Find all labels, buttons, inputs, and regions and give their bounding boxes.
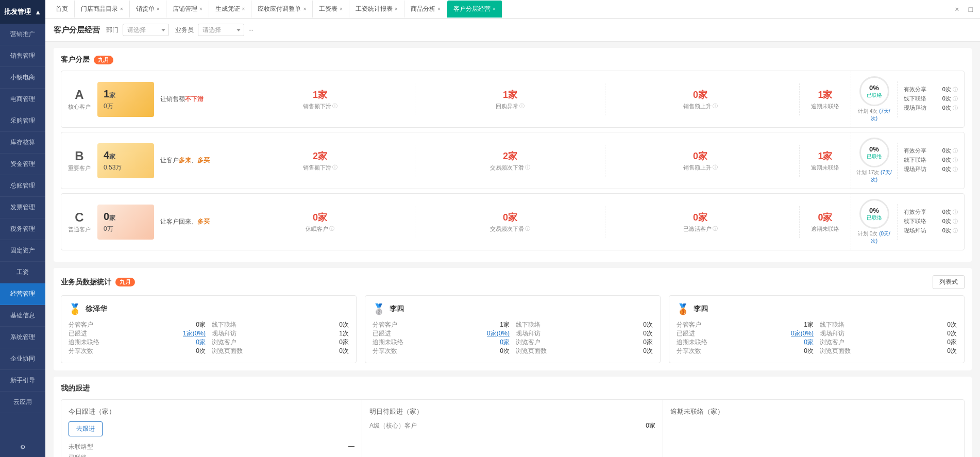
- sidebar-item-新手引导[interactable]: 新手引导: [0, 370, 45, 392]
- sidebar-item-云应用[interactable]: 云应用: [0, 392, 45, 413]
- stat-label: 销售额上升 ⓘ: [607, 164, 793, 172]
- tab-close-icon[interactable]: ×: [395, 6, 398, 12]
- tier-suggestion-C: 让客户回来、多买: [154, 211, 221, 232]
- sidebar-item-营销推广[interactable]: 营销推广: [0, 24, 45, 45]
- stat-item: 2家 交易频次下滑 ⓘ: [415, 145, 605, 177]
- tab-close-icon[interactable]: ×: [303, 6, 306, 12]
- staff-stat-row: 逾期未联络 0家: [677, 338, 814, 347]
- stat-num: 1家: [227, 89, 413, 101]
- tab-close-icon[interactable]: ×: [157, 6, 160, 12]
- sidebar-item-基础信息[interactable]: 基础信息: [0, 305, 45, 327]
- side-stat-label: 线下联络: [904, 95, 926, 103]
- side-stat-label: 有效分享: [904, 208, 926, 216]
- tab-工资统计报表[interactable]: 工资统计报表×: [349, 1, 404, 18]
- side-stat-label: 现场拜访: [904, 104, 926, 112]
- sidebar-item-经营管理[interactable]: 经营管理: [0, 283, 45, 305]
- side-stat-row: 线下联络 0次 ⓘ: [904, 156, 958, 164]
- tab-close-icon[interactable]: ×: [120, 6, 123, 12]
- sidebar-item-发票管理[interactable]: 发票管理: [0, 197, 45, 218]
- tab-close-icon[interactable]: ×: [437, 6, 441, 12]
- sidebar-header: 批发管理 ▲: [0, 0, 45, 24]
- stat-item: 1家 销售额下滑 ⓘ: [225, 83, 415, 115]
- tab-生成凭证[interactable]: 生成凭证×: [209, 1, 252, 18]
- tab-close-icon[interactable]: ×: [199, 6, 202, 12]
- tier-count-block-B: 4家 0.53万: [97, 143, 154, 178]
- tab-销货单[interactable]: 销货单×: [130, 1, 166, 18]
- staff-stat-row: 浏览客户 0家: [212, 338, 349, 347]
- sidebar-item-工资[interactable]: 工资: [0, 262, 45, 283]
- staff-left-stats: 分管客户 1家 已跟进 0家(0%) 逾期未联络 0家 分享次数 0次: [373, 320, 510, 356]
- tier-label-B: B 重要客户: [61, 141, 97, 180]
- side-stat-label: 线下联络: [904, 217, 926, 225]
- followup-row: A级（核心）客户 0家: [369, 421, 655, 430]
- tab-应收应付调整单[interactable]: 应收应付调整单×: [251, 1, 313, 18]
- staff-stats-grid: 分管客户 1家 已跟进 0家(0%) 逾期未联络 0家 分享次数 0次 线下联络…: [373, 320, 653, 356]
- tier-contact-A: 1家 逾期未联络: [799, 83, 851, 115]
- salesperson-select[interactable]: 请选择: [198, 24, 244, 36]
- sidebar-item-税务管理[interactable]: 税务管理: [0, 218, 45, 240]
- side-stat-row: 现场拜访 0次 ⓘ: [904, 227, 958, 234]
- sidebar-item-库存核算[interactable]: 库存核算: [0, 132, 45, 154]
- tab-close-icon[interactable]: ×: [242, 6, 245, 12]
- sidebar-item-采购管理[interactable]: 采购管理: [0, 110, 45, 132]
- side-stat-val: 0次 ⓘ: [942, 86, 958, 93]
- staff-stat-row: 已跟进 0家(0%): [373, 329, 510, 338]
- tier-contact-C: 0家 逾期未联络: [799, 206, 851, 238]
- tier-label-A: A 核心客户: [61, 79, 97, 119]
- tab-门店商品目录[interactable]: 门店商品目录×: [75, 1, 130, 18]
- tier-stats-B: 2家 销售额下滑 ⓘ 2家 交易频次下滑 ⓘ 0家 销售额上升 ⓘ: [221, 145, 799, 177]
- sidebar-item-小畅电商[interactable]: 小畅电商: [0, 67, 45, 89]
- staff-stat-row: 分享次数 0次: [677, 347, 814, 356]
- tab-close-icon[interactable]: ×: [493, 6, 496, 12]
- side-stat-label: 现场拜访: [904, 165, 926, 173]
- staff-card-2: 🥉 李四 分管客户 1家 已跟进 0家(0%) 逾期未联络 0家 分享次数 0次…: [669, 295, 965, 363]
- followup-btn[interactable]: 去跟进: [69, 421, 103, 436]
- salesperson-label: 业务员: [175, 26, 194, 35]
- stat-num: 0家: [607, 150, 793, 162]
- tab-商品分析[interactable]: 商品分析×: [404, 1, 447, 18]
- tab-prev-button[interactable]: ×: [952, 4, 962, 14]
- staff-stat-row: 浏览页面数 0次: [516, 347, 653, 356]
- sidebar-item-电商管理[interactable]: 电商管理: [0, 89, 45, 110]
- sidebar-item-系统管理[interactable]: 系统管理: [0, 327, 45, 348]
- stat-label: 已激活客户 ⓘ: [607, 225, 793, 233]
- customer-section-title: 客户分层 九月: [61, 55, 965, 64]
- followup-section-title: 我的跟进: [61, 384, 965, 393]
- stat-num: 0家: [417, 211, 603, 224]
- tab-店铺管理[interactable]: 店铺管理×: [166, 1, 209, 18]
- followup-col-0: 今日跟进（家） 去跟进 未联络型 — 已联络 — 未跟进① — 工注客户① —: [61, 400, 362, 457]
- list-view-button[interactable]: 列表式: [933, 275, 965, 289]
- staff-right-stats: 线下联络 0次 现场拜访 0次 浏览客户 0家 浏览页面数 0次: [820, 320, 957, 356]
- filter-more[interactable]: ···: [248, 26, 254, 33]
- sidebar-item-固定资产[interactable]: 固定资产: [0, 240, 45, 262]
- sidebar-item-企业协同[interactable]: 企业协同: [0, 348, 45, 370]
- tab-客户分层经营[interactable]: 客户分层经营×: [447, 1, 502, 18]
- dept-select[interactable]: 请选择: [123, 24, 169, 36]
- tier-row-C: C 普通客户 0家 0万 让客户回来、多买 0家 休眠客户 ⓘ 0家 交易频次下…: [61, 193, 965, 250]
- stat-label: 销售额下滑 ⓘ: [227, 164, 413, 172]
- tab-close-icon[interactable]: ×: [340, 6, 343, 12]
- side-stat-val: 0次 ⓘ: [942, 217, 958, 225]
- side-stat-label: 有效分享: [904, 86, 926, 93]
- sidebar-item-资金管理[interactable]: 资金管理: [0, 154, 45, 175]
- tab-首页[interactable]: 首页: [49, 1, 75, 18]
- stat-label: 销售额上升 ⓘ: [607, 103, 793, 110]
- tier-circle-C: 0% 已联络 计划 0次 (0天/次): [851, 194, 897, 250]
- side-stat-row: 有效分享 0次 ⓘ: [904, 147, 958, 155]
- sidebar-item-总账管理[interactable]: 总账管理: [0, 175, 45, 197]
- staff-stat-row: 线下联络 0次: [516, 320, 653, 329]
- side-stat-val: 0次 ⓘ: [942, 95, 958, 103]
- stat-item: 0家 休眠客户 ⓘ: [225, 206, 415, 238]
- staff-stat-row: 线下联络 0次: [212, 320, 349, 329]
- sidebar-settings[interactable]: ⚙: [0, 437, 45, 457]
- staff-right-stats: 线下联络 0次 现场拜访 0次 浏览客户 0家 浏览页面数 0次: [516, 320, 653, 356]
- tab-工资表[interactable]: 工资表×: [313, 1, 349, 18]
- sidebar-item-销售管理[interactable]: 销售管理: [0, 45, 45, 67]
- staff-stat-row: 浏览客户 0家: [820, 338, 957, 347]
- sidebar: 批发管理 ▲ 营销推广销售管理小畅电商电商管理采购管理库存核算资金管理总账管理发…: [0, 0, 45, 457]
- staff-section-title: 业务员数据统计 九月: [61, 278, 135, 287]
- tier-label-C: C 普通客户: [61, 202, 97, 242]
- tab-next-button[interactable]: □: [966, 4, 976, 14]
- tier-circle-B: 0% 已联络 计划 17次 (7天/次): [851, 132, 897, 189]
- side-stat-val: 0次 ⓘ: [942, 227, 958, 234]
